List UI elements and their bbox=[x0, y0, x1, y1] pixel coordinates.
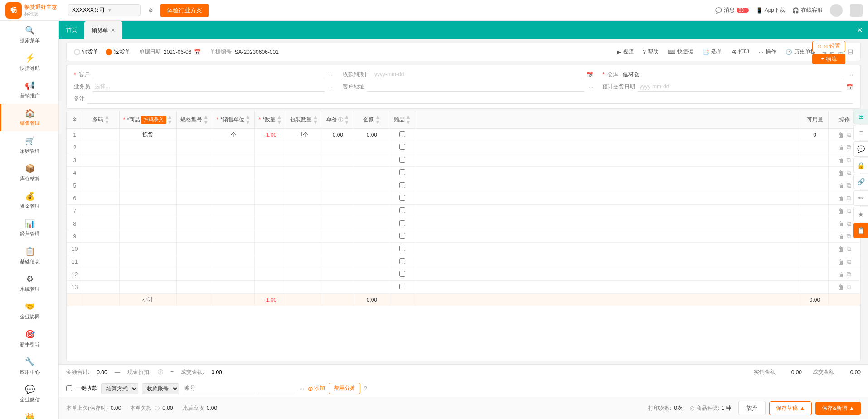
settings-icon-btn[interactable]: ⚙ bbox=[144, 4, 157, 17]
row-pkg[interactable]: 1个 bbox=[286, 129, 322, 141]
row-product[interactable]: 拣货 bbox=[119, 129, 176, 141]
discard-btn[interactable]: 放弃 bbox=[738, 401, 766, 415]
delete-icon[interactable]: 🗑 bbox=[838, 233, 844, 240]
payment-account-select[interactable]: 收款账号 bbox=[142, 383, 179, 394]
copy-icon[interactable]: ⧉ bbox=[847, 144, 851, 151]
tab-close-all[interactable]: ✕ bbox=[857, 26, 868, 34]
row-barcode[interactable] bbox=[83, 129, 119, 141]
payment-amount-input[interactable] bbox=[258, 384, 294, 393]
th-gear[interactable]: ⚙ bbox=[67, 111, 83, 129]
sidebar-item-weixin[interactable]: 💬 企业微信 bbox=[0, 380, 58, 408]
sidebar-item-operation[interactable]: 📊 经营管理 bbox=[0, 214, 58, 242]
tab-home[interactable]: 首页 bbox=[59, 21, 84, 39]
salesperson-dots[interactable]: ··· bbox=[329, 84, 334, 90]
account-number-input[interactable] bbox=[183, 384, 254, 393]
price-info-icon[interactable]: ⓘ bbox=[338, 116, 343, 123]
row-price[interactable]: 0.00 bbox=[322, 129, 354, 141]
customer-address-input[interactable] bbox=[367, 82, 584, 92]
delete-icon[interactable]: 🗑 bbox=[838, 271, 844, 278]
delete-icon[interactable]: 🗑 bbox=[838, 131, 844, 139]
sidebar-item-inventory[interactable]: 📦 库存核算 bbox=[0, 159, 58, 187]
toolbar-video[interactable]: ▶ 视频 bbox=[614, 47, 636, 57]
online-service-btn[interactable]: 🎧 在线客服 bbox=[792, 6, 823, 14]
sidebar-item-sales[interactable]: 🏠 销售管理 bbox=[0, 104, 58, 131]
remarks-input[interactable] bbox=[87, 94, 853, 104]
delete-icon[interactable]: 🗑 bbox=[838, 182, 844, 189]
draft-btn[interactable]: 保存草稿 ▲ bbox=[769, 401, 812, 415]
copy-icon[interactable]: ⧉ bbox=[847, 156, 851, 164]
copy-icon[interactable]: ⧉ bbox=[847, 245, 851, 253]
tab-close-icon[interactable]: ✕ bbox=[111, 27, 115, 34]
expense-btn[interactable]: 费用分摊 bbox=[329, 383, 360, 394]
user-settings-icon[interactable] bbox=[850, 4, 863, 17]
toolbar-print[interactable]: 🖨 打印 bbox=[728, 47, 752, 57]
sidebar-item-appcenter[interactable]: 🔧 应用中心 bbox=[0, 352, 58, 380]
float-star-btn[interactable]: ★ bbox=[853, 207, 868, 222]
discount-info-icon[interactable]: ⓘ bbox=[158, 368, 163, 376]
toolbar-help[interactable]: ? 帮助 bbox=[640, 47, 661, 57]
copy-icon[interactable]: ⧉ bbox=[847, 220, 851, 227]
salesperson-input[interactable] bbox=[93, 82, 325, 92]
customer-input[interactable] bbox=[92, 70, 325, 79]
sidebar-item-marketing[interactable]: 📢 营销推广 bbox=[0, 76, 58, 104]
payment-dots[interactable]: ··· bbox=[300, 385, 304, 392]
row-gift[interactable] bbox=[390, 129, 415, 141]
delete-icon[interactable]: 🗑 bbox=[838, 258, 844, 265]
float-edit-btn[interactable]: ✏ bbox=[853, 190, 868, 206]
copy-icon[interactable]: ⧉ bbox=[847, 131, 851, 139]
delete-icon[interactable]: 🗑 bbox=[838, 144, 844, 151]
sidebar-item-basic[interactable]: 📋 基础信息 bbox=[0, 242, 58, 270]
debt-info-icon[interactable]: ⓘ bbox=[155, 405, 160, 412]
copy-icon[interactable]: ⧉ bbox=[847, 182, 851, 189]
float-grid-view-btn[interactable]: ⊞ bbox=[853, 109, 868, 124]
receive-date-input[interactable] bbox=[373, 70, 582, 79]
row-unit[interactable]: 个 bbox=[213, 129, 254, 141]
row-amount[interactable]: 0.00 bbox=[354, 129, 390, 141]
float-chat-btn[interactable]: 💬 bbox=[853, 141, 868, 157]
radio-return[interactable]: 退货单 bbox=[106, 48, 130, 56]
sidebar-item-finance[interactable]: 💰 资金管理 bbox=[0, 187, 58, 214]
warehouse-input[interactable] bbox=[621, 70, 844, 79]
logistics-btn[interactable]: + 物流 bbox=[812, 54, 845, 64]
customer-dots[interactable]: ··· bbox=[329, 72, 334, 78]
radio-sales[interactable]: 销货单 bbox=[74, 48, 98, 56]
help-circle-icon[interactable]: ? bbox=[364, 385, 367, 392]
row-spec[interactable] bbox=[176, 129, 213, 141]
delete-icon[interactable]: 🗑 bbox=[838, 207, 844, 215]
float-action-btn[interactable]: 📋 bbox=[853, 223, 868, 238]
sidebar-item-newguide[interactable]: 🎯 新手引导 bbox=[0, 325, 58, 352]
calendar-icon[interactable]: 📅 bbox=[194, 49, 201, 55]
float-table-view-btn[interactable]: ≡ bbox=[853, 125, 868, 140]
delete-icon[interactable]: 🗑 bbox=[838, 284, 844, 291]
save-new-btn[interactable]: 保存&新增 ▲ bbox=[815, 402, 861, 415]
sidebar-item-shortcut[interactable]: ⚡ 快捷导航 bbox=[0, 48, 58, 76]
sidebar-item-system[interactable]: ⚙ 系统管理 bbox=[0, 270, 58, 297]
delete-icon[interactable]: 🗑 bbox=[838, 195, 844, 202]
copy-icon[interactable]: ⧉ bbox=[847, 283, 851, 291]
expected-date-input[interactable] bbox=[638, 82, 842, 92]
copy-icon[interactable]: ⧉ bbox=[847, 169, 851, 177]
copy-icon[interactable]: ⧉ bbox=[847, 207, 851, 215]
address-dots[interactable]: ··· bbox=[589, 84, 593, 90]
tab-sales-order[interactable]: 销货单 ✕ bbox=[84, 21, 122, 39]
copy-icon[interactable]: ⧉ bbox=[847, 258, 851, 265]
warehouse-dots[interactable]: ··· bbox=[849, 72, 853, 78]
company-selector[interactable]: XXXXXX公司 ▼ bbox=[68, 4, 141, 16]
add-payment-btn[interactable]: ⊕ 添加 bbox=[308, 385, 325, 392]
delete-icon[interactable]: 🗑 bbox=[838, 220, 844, 227]
float-link-btn[interactable]: 🔗 bbox=[853, 174, 868, 189]
sidebar-item-purchase[interactable]: 🛒 采购管理 bbox=[0, 131, 58, 159]
scan-btn[interactable]: 扫码录入 bbox=[141, 116, 166, 124]
sidebar-item-enterprise[interactable]: 🤝 企业协同 bbox=[0, 297, 58, 325]
delete-icon[interactable]: 🗑 bbox=[838, 169, 844, 177]
toolbar-select[interactable]: 📑 选单 bbox=[700, 47, 725, 57]
toolbar-operate[interactable]: ⋯ 操作 bbox=[756, 47, 779, 57]
settings-panel-btn[interactable]: ⊙ ⊙ 设置 bbox=[812, 41, 845, 52]
delete-icon[interactable]: 🗑 bbox=[838, 157, 844, 164]
float-lock-btn[interactable]: 🔒 bbox=[853, 158, 868, 173]
copy-icon[interactable]: ⧉ bbox=[847, 270, 851, 278]
toolbar-shortcut[interactable]: ⌨ 快捷键 bbox=[665, 47, 696, 57]
sidebar-item-search[interactable]: 🔍 搜索菜单 bbox=[0, 21, 58, 48]
layout-icon-2[interactable]: ⊟ bbox=[847, 48, 853, 56]
delete-icon[interactable]: 🗑 bbox=[838, 246, 844, 253]
